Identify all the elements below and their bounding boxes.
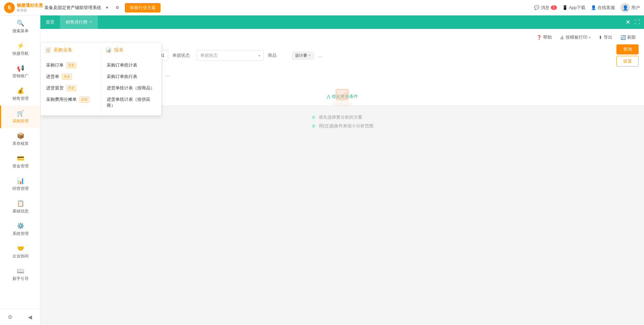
sidebar-item-finance[interactable]: 💳 资金管理 (0, 151, 40, 173)
sidebar-collapse-btn[interactable]: ◀ (25, 312, 35, 322)
empty-illustration (329, 82, 356, 109)
nav-icon: ⚡ (17, 42, 24, 49)
sidebar-item-system[interactable]: ⚙️ 系统管理 (0, 218, 40, 241)
marketing-icon: 📢 (17, 65, 24, 72)
page-content: ❓ 帮助 🖨 按模板打印 ▾ ⬆ 导出 🔄 (40, 29, 644, 325)
system-gear-btn[interactable]: ⚙ (113, 3, 122, 12)
tab-home-label: 首页 (46, 19, 55, 25)
message-btn[interactable]: 💬 消息 5 (534, 5, 557, 11)
svg-rect-3 (337, 93, 344, 94)
sidebar-item-basic-info[interactable]: 📋 基础信息 (0, 196, 40, 218)
tab-maximize-btn[interactable]: ⛶ (633, 18, 641, 27)
tab-close-window-btn[interactable]: ✕ (624, 17, 632, 27)
print-label: 按模板打印 (566, 34, 587, 40)
tab-sales-ranking[interactable]: 销售排行榜 × (60, 15, 98, 29)
purchase-icon: 🛒 (17, 110, 24, 117)
sidebar-item-operations[interactable]: 📊 经营管理 (0, 173, 40, 196)
collab-icon: 🤝 (17, 245, 24, 252)
purchase-order-badge: 历史 (66, 62, 76, 68)
report-col-label: 报表 (114, 47, 123, 53)
print-btn[interactable]: 🖨 按模板打印 ▾ (557, 33, 593, 42)
sidebar-item-guide[interactable]: 📖 新手引导 (0, 263, 40, 286)
menu-item-incoming-supplier[interactable]: 进货单统计表（按供应商） (105, 94, 157, 111)
content-area: 首页 销售排行榜 × ✕ ⛶ ❓ 帮助 (40, 15, 644, 325)
sidebar-item-collab[interactable]: 🤝 企业协同 (0, 241, 40, 263)
menu-item-expense[interactable]: 采购费用分摊单 历史 (45, 94, 97, 105)
sidebar: 🔍 搜索菜单 ⚡ 快捷导航 📢 营销推广 💰 销售管理 🛒 采购管理 📦 库存核… (0, 15, 40, 325)
message-icon: 💬 (534, 5, 539, 10)
help-btn[interactable]: ❓ 帮助 (534, 33, 554, 42)
phone-icon: 📱 (562, 5, 568, 10)
sidebar-label-system: 系统管理 (12, 231, 29, 237)
order-summary-label: 采购订单统计表 (107, 62, 137, 68)
tab-home[interactable]: 首页 (40, 15, 60, 29)
system-icon: ⚙️ (17, 222, 24, 230)
print-icon: 🖨 (560, 35, 564, 40)
inventory-icon: 📦 (17, 132, 24, 139)
user-area[interactable]: 👤 用户 (620, 3, 640, 12)
header-middle: 装备及固定资产辅助管理系统 ▾ ⚙ 体验行业方案 (44, 3, 534, 12)
app-download-btn[interactable]: 📱 App下载 (562, 5, 585, 11)
purchase-col-icon: 🛒 (45, 47, 51, 53)
menu-item-return[interactable]: 进货退货 历史 (45, 82, 97, 94)
guide-icon: 📖 (17, 267, 24, 275)
toolbar-actions: ❓ 帮助 🖨 按模板打印 ▾ ⬆ 导出 🔄 (534, 33, 639, 42)
sidebar-item-sales[interactable]: 💰 销售管理 (0, 83, 40, 106)
order-exec-label: 采购订单执行表 (107, 74, 137, 80)
sidebar-item-purchase[interactable]: 🛒 采购管理 (0, 106, 40, 128)
top-header: 6 畅捷通好生意 标准版 装备及固定资产辅助管理系统 ▾ ⚙ 体验行业方案 💬 … (0, 0, 644, 15)
dropdown-overlay[interactable]: 🛒 采购业务 采购订单 历史 进货单 历史 进货退货 (40, 42, 644, 325)
print-chevron-icon: ▾ (589, 36, 591, 39)
system-dropdown-btn[interactable]: ▾ (104, 5, 110, 11)
sidebar-label-finance: 资金管理 (12, 163, 29, 169)
report-col-title: 📊 报表 (105, 47, 157, 55)
tab-bar-right: ✕ ⛶ (621, 15, 644, 29)
empty-tips: ① 请先选择要分析的方案 ② 用[过滤]条件来缩小分析范围 (311, 113, 374, 130)
menu-item-incoming-product[interactable]: 进货单统计表（按商品） (105, 82, 157, 94)
purchase-col-title: 🛒 采购业务 (45, 47, 97, 55)
sidebar-item-marketing[interactable]: 📢 营销推广 (0, 60, 40, 83)
export-label: 导出 (604, 34, 612, 40)
sidebar-label-basic-info: 基础信息 (12, 208, 29, 214)
sidebar-bottom: ⚙ ◀ (0, 309, 40, 325)
incoming-supplier-label: 进货单统计表（按供应商） (107, 96, 156, 109)
app-download-label: App下载 (569, 5, 585, 11)
dropdown-menu: 🛒 采购业务 采购订单 历史 进货单 历史 进货退货 (40, 42, 162, 116)
basic-info-icon: 📋 (17, 200, 24, 207)
expense-badge: 历史 (79, 96, 90, 103)
tip2: ② 用[过滤]条件来缩小分析范围 (311, 122, 374, 130)
online-service-btn[interactable]: 👤 在线客服 (591, 5, 615, 11)
return-label: 进货退货 (46, 85, 64, 91)
purchase-order-label: 采购订单 (46, 62, 64, 68)
trial-button[interactable]: 体验行业方案 (125, 3, 160, 12)
dropdown-report-col: 📊 报表 采购订单统计表 采购订单执行表 进货单统计表（按商品） (101, 47, 162, 111)
sidebar-item-inventory[interactable]: 📦 库存核算 (0, 128, 40, 151)
logo-area: 6 畅捷通好生意 标准版 (4, 2, 44, 13)
export-btn[interactable]: ⬆ 导出 (596, 33, 615, 42)
sidebar-item-nav[interactable]: ⚡ 快捷导航 (0, 38, 40, 60)
search-icon: 🔍 (17, 19, 24, 27)
menu-item-order-exec[interactable]: 采购订单执行表 (105, 71, 157, 82)
sidebar-label-marketing: 营销推广 (12, 73, 29, 79)
export-icon: ⬆ (599, 35, 602, 40)
sidebar-label-search: 搜索菜单 (12, 28, 29, 34)
refresh-btn[interactable]: 🔄 刷新 (618, 33, 639, 42)
tip1: ① 请先选择要分析的方案 (311, 113, 374, 122)
menu-item-purchase-order[interactable]: 采购订单 历史 (45, 59, 97, 71)
tab-close-icon[interactable]: × (90, 20, 92, 25)
sidebar-label-nav: 快捷导航 (12, 51, 29, 56)
help-label: 帮助 (543, 34, 552, 40)
refresh-icon: 🔄 (620, 35, 626, 40)
refresh-label: 刷新 (627, 34, 636, 40)
sidebar-settings-btn[interactable]: ⚙ (5, 312, 15, 322)
return-badge: 历史 (66, 85, 76, 91)
system-name: 装备及固定资产辅助管理系统 (44, 5, 101, 11)
incoming-product-label: 进货单统计表（按商品） (107, 85, 155, 91)
svg-rect-2 (337, 91, 347, 92)
sidebar-item-search[interactable]: 🔍 搜索菜单 (0, 15, 40, 38)
menu-item-order-summary[interactable]: 采购订单统计表 (105, 59, 157, 71)
message-label: 消息 (541, 5, 549, 11)
sidebar-label-inventory: 库存核算 (12, 141, 29, 147)
menu-item-incoming[interactable]: 进货单 历史 (45, 71, 97, 82)
sidebar-label-guide: 新手引导 (12, 276, 29, 282)
